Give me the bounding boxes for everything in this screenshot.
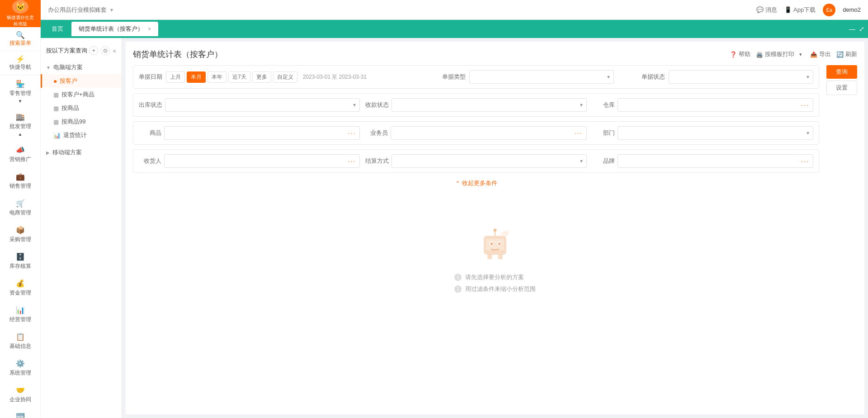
payment-method-label: 结算方式 (365, 157, 389, 165)
tree-child-returns[interactable]: 📊 退货统计 (41, 128, 122, 142)
help-button[interactable]: ❓ 帮助 (730, 50, 750, 58)
breadcrumb-arrow: ▾ (110, 7, 113, 13)
add-scheme-button[interactable]: + (89, 46, 98, 55)
payment-status-select[interactable]: ▾ (392, 98, 586, 112)
print-button[interactable]: 🖨️ 按模板打印 ▾ (756, 50, 805, 58)
brand-group: 品牌 ··· (592, 154, 813, 168)
recipient-select[interactable]: ··· (164, 154, 360, 168)
recipient-dots: ··· (348, 157, 356, 165)
tab-home[interactable]: 首页 (44, 22, 71, 36)
department-select[interactable]: ▾ (618, 126, 813, 140)
tab-expand-icon[interactable]: ⤢ (859, 25, 864, 33)
sidebar-item-operations[interactable]: 📊 经营管理 (0, 301, 40, 328)
page-actions: ❓ 帮助 🖨️ 按模板打印 ▾ 📤 导出 🔄 刷新 (730, 50, 857, 58)
app-download-button[interactable]: 📱 App下载 (784, 6, 816, 14)
payment-method-select[interactable]: ▾ (392, 154, 586, 168)
query-button[interactable]: 查询 (826, 65, 857, 79)
goods-select[interactable]: ··· (164, 126, 360, 140)
payment-method-group: 结算方式 ▾ (365, 154, 586, 168)
empty-tip-2: 2 用过滤条件来缩小分析范围 (454, 285, 536, 293)
brand-label: 品牌 (592, 157, 615, 165)
tab-expand-group: — ⤢ (849, 25, 864, 33)
date-group: 上月 本月 本年 近7天 更多 自定义 2023-03-01 至 2023-03… (166, 71, 367, 83)
export-icon: 📤 (810, 51, 817, 58)
sidebar-item-system[interactable]: ⚙️ 系统管理 (0, 355, 40, 381)
empty-robot-svg (472, 223, 518, 264)
date-btn-last-month[interactable]: 上月 (166, 71, 185, 83)
out-status-select[interactable]: ▾ (165, 98, 360, 112)
payment-method-arrow-icon: ▾ (580, 158, 583, 164)
goods-dots: ··· (348, 129, 356, 137)
svg-rect-1 (486, 239, 504, 250)
breadcrumb: 办公用品行业模拟账套 (48, 6, 107, 14)
sidebar-item-quicknav[interactable]: ⚡ 快捷导航 (0, 51, 40, 75)
sidebar-item-sales[interactable]: 💼 销售管理 (0, 168, 40, 195)
child-icon-1: ▦ (53, 91, 59, 98)
collapse-panel-button[interactable]: « (113, 47, 116, 54)
export-button[interactable]: 📤 导出 (810, 50, 831, 58)
out-status-label: 出库状态 (139, 101, 162, 109)
date-btn-more[interactable]: 更多 (252, 71, 271, 83)
marketing-icon: 📣 (16, 146, 25, 154)
refresh-button[interactable]: 🔄 刷新 (836, 50, 857, 58)
sidebar-item-finance[interactable]: 💰 资金管理 (0, 275, 40, 301)
collapse-more-button[interactable]: ⌃ 收起更多条件 (133, 176, 819, 190)
tab-sales-stats[interactable]: 销货单统计表（按客户） × (71, 22, 158, 36)
sidebar-item-newbie[interactable]: 🆕 新手引导 (0, 408, 40, 418)
retail-icon: 🏪 (16, 80, 25, 88)
home-tab-label: 首页 (52, 25, 63, 33)
sidebar-item-inventory[interactable]: 🗄️ 库存核算 (0, 248, 40, 275)
settings-scheme-button[interactable]: ⊙ (101, 46, 110, 55)
tree-parent-mobile[interactable]: ▶ 移动端方案 (41, 146, 122, 159)
collapse-label: 收起更多条件 (462, 179, 497, 187)
doc-status-label: 单据状态 (642, 73, 665, 81)
left-panel: 按以下方案查询 + ⊙ « ▼ 电脑端方案 (41, 38, 122, 418)
payment-status-label: 收款状态 (365, 101, 389, 109)
help-icon: ❓ (730, 51, 737, 58)
brand-select[interactable]: ··· (618, 154, 813, 168)
warehouse-select[interactable]: ··· (618, 98, 813, 112)
doc-status-select[interactable]: ▾ (669, 70, 813, 84)
date-btn-last-7-days[interactable]: 近7天 (228, 71, 250, 83)
empty-tip-1: 1 请先选择要分析的方案 (454, 273, 536, 281)
inventory-icon: 🗄️ (16, 252, 25, 261)
ecommerce-icon: 🛒 (16, 199, 25, 208)
tab-bar: 首页 销货单统计表（按客户） × — ⤢ (41, 20, 868, 38)
sidebar-item-enterprise[interactable]: 🤝 企业协同 (0, 381, 40, 408)
message-button[interactable]: 💬 消息 (756, 6, 777, 14)
filter-row-4: 收货人 ··· 结算方式 ▾ (133, 149, 819, 173)
tab-close-icon[interactable]: × (148, 26, 151, 32)
date-btn-custom[interactable]: 自定义 (273, 71, 297, 83)
child-icon-4: 📊 (53, 132, 61, 139)
sidebar-item-purchase[interactable]: 📦 采购管理 (0, 221, 40, 248)
tip-1-text: 请先选择要分析的方案 (465, 273, 524, 281)
salesperson-select[interactable]: ··· (391, 126, 586, 140)
tree-child-goods99[interactable]: ▦ 按商品99 (41, 115, 122, 128)
tree-child-goods[interactable]: ▦ 按商品 (41, 101, 122, 115)
right-content: 销货单统计表（按客户） ❓ 帮助 🖨️ 按模板打印 ▾ 📤 导出 (126, 42, 864, 414)
content-area: 按以下方案查询 + ⊙ « ▼ 电脑端方案 (41, 38, 868, 418)
date-btn-this-year[interactable]: 本年 (208, 71, 226, 83)
settings-button[interactable]: 设置 (826, 81, 857, 95)
child-icon-3: ▦ (53, 119, 59, 125)
sidebar-item-basic[interactable]: 📋 基础信息 (0, 328, 40, 355)
print-dropdown-arrow[interactable]: ▾ (796, 52, 805, 57)
tree-parent-desktop[interactable]: ▼ 电脑端方案 (41, 61, 122, 74)
sidebar-item-wholesale[interactable]: 🏬 批发管理 ▲ (0, 108, 40, 141)
tip-1-num: 1 (454, 274, 462, 281)
left-panel-title: 按以下方案查询 (46, 47, 87, 55)
sidebar-item-marketing[interactable]: 📣 营销推广 (0, 141, 40, 168)
top-header: 办公用品行业模拟账套 ▾ 💬 消息 📱 App下载 Ea demo2 (41, 0, 868, 20)
date-btn-this-month[interactable]: 本月 (187, 71, 206, 83)
refresh-label: 刷新 (845, 50, 857, 58)
tab-minimize-icon[interactable]: — (849, 25, 855, 33)
avatar-text: Ea (826, 7, 832, 13)
tree-child-customer-goods[interactable]: ▦ 按客户+商品 (41, 88, 122, 101)
main-wrap: 办公用品行业模拟账套 ▾ 💬 消息 📱 App下载 Ea demo2 首页 销货… (41, 0, 868, 418)
tree-child-by-customer[interactable]: ● 按客户 (41, 74, 122, 88)
sidebar-item-ecommerce[interactable]: 🛒 电商管理 (0, 195, 40, 221)
brand-dots: ··· (801, 157, 809, 165)
sidebar-item-search[interactable]: 🔍 搜索菜单 (0, 27, 40, 51)
sidebar-item-retail[interactable]: 🏪 零售管理 ▼ (0, 75, 40, 108)
doc-type-select[interactable]: ▾ (469, 70, 614, 84)
